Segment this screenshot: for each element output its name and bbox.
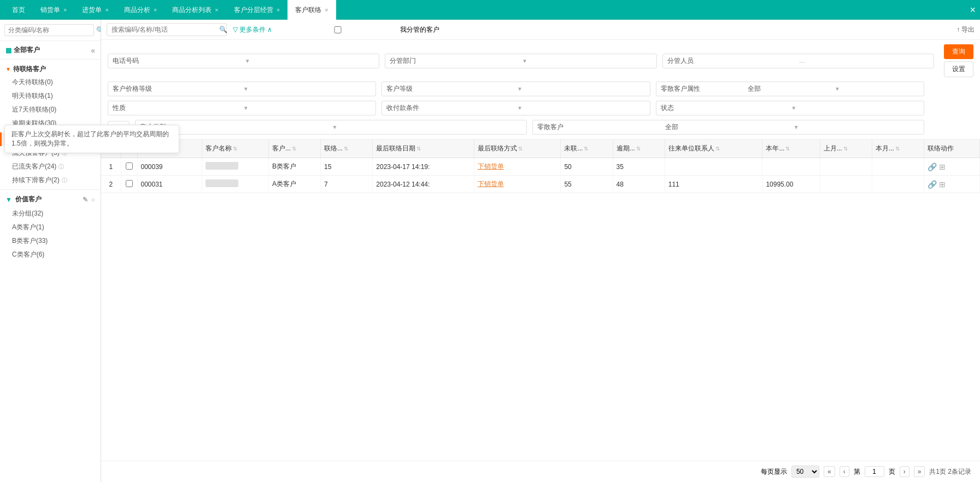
row-this-month: [872, 176, 924, 193]
row-action-grid-icon[interactable]: ⊞: [939, 180, 946, 189]
sidebar-item-a-class[interactable]: A类客户(1): [0, 220, 101, 234]
row-contacts: 7: [321, 176, 373, 193]
overdue-sort-icon[interactable]: ⇅: [636, 146, 641, 152]
tab-purchase[interactable]: 进货单 ×: [74, 0, 116, 20]
more-conditions-btn[interactable]: ▽ 更多条件 ∧: [233, 25, 272, 34]
close-tab-analysis-list[interactable]: ×: [215, 7, 218, 13]
level-field[interactable]: 客户等级 ▼: [382, 82, 650, 96]
last-date-col-header[interactable]: 最后联络日期 ⇅: [373, 140, 474, 158]
last-page-btn[interactable]: »: [914, 466, 925, 477]
phone-field[interactable]: 电话号码 ▼: [108, 54, 379, 68]
last-month-col-header[interactable]: 上月... ⇅: [820, 140, 872, 158]
tab-customer-contact[interactable]: 客户联络 ×: [287, 0, 336, 20]
last-date-sort-icon[interactable]: ⇅: [416, 146, 421, 152]
sidebar-search-input[interactable]: [4, 24, 94, 36]
close-tab-analysis[interactable]: ×: [154, 7, 157, 13]
this-year-col-header[interactable]: 本年... ⇅: [762, 140, 820, 158]
overdue-col-header[interactable]: 逾期... ⇅: [613, 140, 665, 158]
this-month-col-header[interactable]: 本月... ⇅: [872, 140, 924, 158]
retail-field[interactable]: 零散客户 全部 ▼: [532, 120, 924, 135]
row-last-method[interactable]: 下销货单: [474, 158, 561, 176]
name-col-header[interactable]: 客户名称 ⇅: [202, 140, 269, 158]
unread-sort-icon[interactable]: ⇅: [584, 146, 588, 152]
sidebar-item-declining[interactable]: 持续下滑客户(2) ⓘ: [0, 173, 101, 187]
this-month-sort-icon[interactable]: ⇅: [895, 146, 900, 152]
my-customers-checkbox-label[interactable]: 我分管的客户: [278, 25, 439, 34]
row-actions: 🔗 ⊞: [924, 176, 980, 193]
table-body: 1 000039 B类客户 15 2023-04-17 14:19: 下销货单: [101, 158, 980, 193]
page-suffix: 页: [889, 467, 895, 477]
sidebar-item-b-class[interactable]: B类客户(33): [0, 234, 101, 248]
type-col-header[interactable]: 客户... ⇅: [268, 140, 320, 158]
price-level-field[interactable]: 客户价格等级 ▼: [108, 82, 376, 96]
pending-contact-group[interactable]: ▼ 待联络客户: [0, 62, 101, 76]
sidebar-item-lost[interactable]: 已流失客户(24) ⓘ: [0, 160, 101, 173]
sidebar-item-ungroup[interactable]: 未分组(32): [0, 207, 101, 220]
unit-contact-sort-icon[interactable]: ⇅: [715, 146, 720, 152]
tab-analysis-list[interactable]: 商品分析列表 ×: [165, 0, 226, 20]
export-icon: ↑: [956, 26, 960, 33]
my-customers-checkbox[interactable]: [278, 26, 398, 33]
tab-home[interactable]: 首页: [4, 0, 33, 20]
sidebar-item-today[interactable]: 今天待联络(0): [0, 76, 101, 89]
row-action-grid-icon[interactable]: ⊞: [939, 162, 946, 171]
page-size-select[interactable]: 50 100 200: [791, 466, 819, 478]
prev-page-btn[interactable]: ‹: [840, 466, 849, 477]
last-method-sort-icon[interactable]: ⇅: [518, 146, 523, 152]
row-action-link-icon[interactable]: 🔗: [928, 162, 937, 171]
row-checkbox[interactable]: [126, 162, 133, 170]
dept-field[interactable]: 分管部门 ▼: [385, 54, 656, 68]
row-this-year: [762, 158, 820, 176]
reset-btn[interactable]: 设置: [944, 61, 973, 77]
sidebar: 🔍 ▦ 全部客户 « ▼ 待联络客户 今天待联络(0) 明天待联络(1): [0, 20, 101, 482]
close-tab-sales[interactable]: ×: [63, 7, 67, 13]
page-input[interactable]: [865, 466, 884, 477]
person-field[interactable]: 分管人员 ...: [662, 54, 934, 68]
this-year-sort-icon[interactable]: ⇅: [785, 146, 790, 152]
sidebar-item-tomorrow[interactable]: 明天待联络(1): [0, 89, 101, 103]
add-value-icon[interactable]: ○: [91, 196, 95, 204]
search-input[interactable]: [107, 23, 227, 36]
collapse-sidebar-btn[interactable]: «: [91, 46, 95, 55]
row-action-link-icon[interactable]: 🔗: [928, 180, 937, 189]
last-month-sort-icon[interactable]: ⇅: [843, 146, 848, 152]
tab-customer-mgmt[interactable]: 客户分层经营 ×: [226, 0, 287, 20]
pending-arrow: ▼: [5, 66, 11, 72]
payment-field[interactable]: 收付款条件 ▼: [382, 101, 650, 115]
content-area: 🔍 ▽ 更多条件 ∧ 我分管的客户 ↑ 导出 电话号码 ▼: [101, 20, 980, 482]
export-btn[interactable]: ↑ 导出: [956, 25, 975, 34]
type-sort-icon[interactable]: ⇅: [292, 146, 296, 152]
tab-sales[interactable]: 销货单 ×: [33, 0, 74, 20]
advanced-filter: 电话号码 ▼ 分管部门 ▼ 分管人员 ... 查询 设置: [101, 40, 980, 140]
close-window-btn[interactable]: ×: [970, 4, 976, 16]
row-checkbox[interactable]: [126, 180, 133, 187]
unit-contact-col-header[interactable]: 往来单位联系人 ⇅: [665, 140, 762, 158]
gender-field[interactable]: 性质 ▼: [108, 101, 376, 115]
row-name: [202, 176, 269, 193]
customer-type-field[interactable]: 客户类型 ▼: [135, 120, 527, 135]
person-more-icon[interactable]: ...: [799, 57, 929, 65]
retail-attr-field[interactable]: 零散客户属性 全部 ▼: [656, 82, 924, 96]
close-tab-customer-contact[interactable]: ×: [325, 7, 328, 13]
pending-contact-section: ▼ 待联络客户 今天待联络(0) 明天待联络(1) 近7天待联络(0) 逾期未联…: [0, 60, 101, 132]
close-tab-purchase[interactable]: ×: [105, 7, 108, 13]
lost-info-icon[interactable]: ⓘ: [58, 163, 64, 171]
last-method-col-header[interactable]: 最后联络方式 ⇅: [474, 140, 561, 158]
row-last-method[interactable]: 下销货单: [474, 176, 561, 193]
contacts-col-header[interactable]: 联络... ⇅: [321, 140, 373, 158]
status-field[interactable]: 状态 ▼: [656, 101, 924, 115]
close-tab-customer-mgmt[interactable]: ×: [277, 7, 280, 13]
contacts-sort-icon[interactable]: ⇅: [344, 146, 348, 152]
first-page-btn[interactable]: «: [824, 466, 835, 477]
sidebar-item-7days[interactable]: 近7天待联络(0): [0, 103, 101, 117]
search-filter-icon[interactable]: 🔍: [219, 26, 227, 33]
name-sort-icon[interactable]: ⇅: [233, 146, 237, 152]
next-page-btn[interactable]: ›: [900, 466, 909, 477]
row-checkbox-cell: [121, 158, 137, 176]
unread-col-header[interactable]: 未联... ⇅: [561, 140, 613, 158]
query-btn[interactable]: 查询: [944, 44, 973, 59]
sidebar-item-c-class[interactable]: C类客户(6): [0, 248, 101, 262]
declining-info-icon[interactable]: ⓘ: [62, 177, 67, 184]
edit-value-icon[interactable]: ✎: [83, 196, 88, 204]
tab-analysis[interactable]: 商品分析 ×: [116, 0, 165, 20]
